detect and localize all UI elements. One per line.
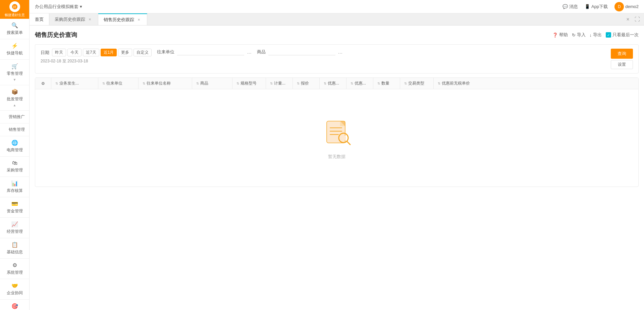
sidebar-item-marketing[interactable]: 营销推广 — [0, 111, 30, 123]
th-discount2[interactable]: ⇅ 优惠... — [346, 78, 373, 89]
ecommerce-mgmt-icon: 🌐 — [11, 140, 18, 146]
date-btn-custom[interactable]: 自定义 — [133, 49, 152, 56]
page-header-actions: ❓ 帮助 ↻ 导入 ↓ 导出 ✓ 只看最后一次 — [552, 32, 639, 38]
purchase-mgmt-icon: 🛍 — [12, 160, 17, 166]
tab-purchase-history[interactable]: 采购历史价跟踪 × — [49, 13, 98, 25]
company-selector[interactable]: 办公用品行业模拟账套 ▾ — [35, 4, 82, 10]
sort-icon: ⇅ — [324, 82, 326, 85]
sidebar-item-purchase-mgmt[interactable]: 🛍 采购管理 — [0, 157, 30, 177]
th-unit-code-label: 往来单位 — [106, 81, 122, 86]
date-btn-more[interactable]: 更多 — [118, 49, 132, 56]
expand-button[interactable]: ⛶ — [633, 15, 641, 23]
sidebar-item-enterprise-collab[interactable]: 🤝 企业协同 — [0, 279, 30, 300]
th-goods[interactable]: ⇅ 商品 — [192, 78, 232, 89]
sidebar-item-finance-mgmt[interactable]: 💳 资金管理 — [0, 197, 30, 218]
th-price[interactable]: ⇅ 报价 — [293, 78, 320, 89]
import-button[interactable]: ↻ 导入 — [572, 32, 586, 38]
company-name: 办公用品行业模拟账套 — [35, 4, 78, 10]
chevron-down-icon: ▼ — [13, 78, 16, 82]
data-table: ⚙ ⇅ 业务发生... ⇅ 往来单位 ⇅ 往来单位名称 ⇅ 商品 — [35, 78, 639, 187]
goods-input[interactable] — [268, 49, 335, 55]
table-header: ⚙ ⇅ 业务发生... ⇅ 往来单位 ⇅ 往来单位名称 ⇅ 商品 — [35, 78, 638, 89]
app-download-button[interactable]: 📱 App下载 — [585, 4, 608, 10]
sidebar-item-system-mgmt[interactable]: ⚙ 系统管理 — [0, 259, 30, 279]
th-discount2-label: 优惠... — [355, 81, 366, 86]
th-spec[interactable]: ⇅ 规格型号 — [232, 78, 266, 89]
date-btn-7days[interactable]: 近7天 — [83, 49, 99, 56]
th-price-label: 报价 — [301, 81, 309, 86]
export-button[interactable]: ↓ 导出 — [590, 32, 602, 38]
message-button[interactable]: 💬 消息 — [562, 4, 578, 10]
th-setting[interactable]: ⚙ — [35, 78, 51, 89]
goods-filter-group: 商品 ... — [257, 49, 342, 55]
sidebar-item-inventory[interactable]: 📊 库存核算 — [0, 177, 30, 197]
sidebar-item-wholesale-mgmt[interactable]: 📦 批发管理 ▲ — [0, 85, 30, 111]
filter-settings-button[interactable]: 设置 — [611, 60, 633, 69]
logo-text: 畅捷通好生意 — [5, 13, 25, 17]
system-mgmt-icon: ⚙ — [12, 262, 17, 268]
th-date-label: 业务发生... — [59, 81, 79, 86]
goods-label: 商品 — [257, 49, 266, 55]
sidebar-item-label: 批发管理 — [7, 96, 23, 102]
th-unit-label: 计量... — [274, 81, 285, 86]
dropdown-icon: ▾ — [80, 4, 82, 9]
user-menu[interactable]: D demo2 — [614, 2, 639, 11]
th-unit[interactable]: ⇅ 计量... — [266, 78, 293, 89]
only-last-checkbox-label[interactable]: ✓ 只看最后一次 — [606, 32, 639, 38]
date-btn-1month[interactable]: 近1月 — [101, 49, 117, 56]
sidebar-item-label: 快捷导航 — [7, 50, 23, 56]
sidebar-item-quick-nav[interactable]: ⚡ 快捷导航 — [0, 39, 30, 60]
sidebar-item-label: 采购管理 — [7, 167, 23, 173]
new-user-guide-icon: 🎯 — [11, 303, 18, 309]
only-last-label: 只看最后一次 — [612, 32, 639, 38]
th-tax-price[interactable]: ⇅ 优惠前无税单价 — [434, 78, 638, 89]
sidebar-item-new-user-guide[interactable]: 🎯 新手引导 — [0, 300, 30, 310]
logo-icon: 好 — [9, 1, 20, 12]
partner-input[interactable] — [177, 49, 244, 55]
date-btn-today[interactable]: 今天 — [67, 49, 82, 56]
goods-dots-button[interactable]: ... — [338, 49, 342, 55]
inventory-icon: 📊 — [11, 180, 18, 187]
sidebar-item-label: 电商管理 — [7, 147, 23, 153]
th-discount1[interactable]: ⇅ 优惠... — [320, 78, 346, 89]
date-label: 日期 — [41, 50, 49, 56]
th-trade[interactable]: ⇅ 交易类型 — [400, 78, 434, 89]
finance-mgmt-icon: 💳 — [11, 201, 18, 207]
message-label: 消息 — [569, 4, 578, 10]
help-icon: ❓ — [552, 33, 558, 38]
query-button[interactable]: 查询 — [611, 49, 633, 59]
sidebar-item-operation-mgmt[interactable]: 📈 经营管理 — [0, 218, 30, 238]
tab-sales-history-label: 销售历史价跟踪 — [104, 17, 134, 23]
help-button[interactable]: ❓ 帮助 — [552, 32, 568, 38]
sort-icon: ⇅ — [196, 82, 199, 85]
th-unit-name[interactable]: ⇅ 往来单位名称 — [139, 78, 192, 89]
sidebar-item-label: 库存核算 — [7, 188, 23, 194]
sidebar-item-label: 零售管理 — [7, 71, 23, 76]
sidebar-item-retail-mgmt[interactable]: 🛒 零售管理 ▼ — [0, 60, 30, 85]
export-icon: ↓ — [590, 33, 592, 38]
page-header: 销售历史价查询 ❓ 帮助 ↻ 导入 ↓ 导出 ✓ 只 — [35, 31, 639, 39]
sidebar-item-sales-mgmt[interactable]: 销售管理 — [0, 123, 30, 136]
phone-icon: 📱 — [585, 4, 590, 9]
th-goods-label: 商品 — [200, 81, 208, 86]
wholesale-mgmt-icon: 📦 — [11, 89, 18, 95]
th-qty[interactable]: ⇅ 数量 — [373, 78, 400, 89]
tab-purchase-history-close[interactable]: × — [87, 17, 93, 22]
date-btn-yesterday[interactable]: 昨天 — [52, 49, 66, 56]
chevron-up-icon: ▲ — [13, 103, 16, 107]
tab-sales-history[interactable]: 销售历史价跟踪 × — [98, 13, 147, 25]
filter-bar: 日期 昨天 今天 近7天 近1月 更多 自定义 2023-02-18 至 202… — [35, 44, 639, 73]
partner-dots-button[interactable]: ... — [247, 49, 251, 55]
tab-sales-history-close[interactable]: × — [136, 17, 142, 22]
close-all-tabs-button[interactable]: × — [624, 15, 632, 23]
sort-icon: ⇅ — [236, 82, 239, 85]
sidebar-item-basic-info[interactable]: 📋 基础信息 — [0, 238, 30, 259]
tab-home[interactable]: 首页 — [30, 13, 49, 25]
sidebar-item-ecommerce-mgmt[interactable]: 🌐 电商管理 — [0, 136, 30, 157]
sidebar-item-search-menu[interactable]: 🔍 搜索菜单 — [0, 19, 30, 39]
help-label: 帮助 — [559, 32, 568, 38]
th-date[interactable]: ⇅ 业务发生... — [51, 78, 98, 89]
only-last-checkbox[interactable]: ✓ — [606, 32, 611, 38]
th-unit-code[interactable]: ⇅ 往来单位 — [98, 78, 139, 89]
app-logo: 好 畅捷通好生意 — [0, 0, 30, 19]
